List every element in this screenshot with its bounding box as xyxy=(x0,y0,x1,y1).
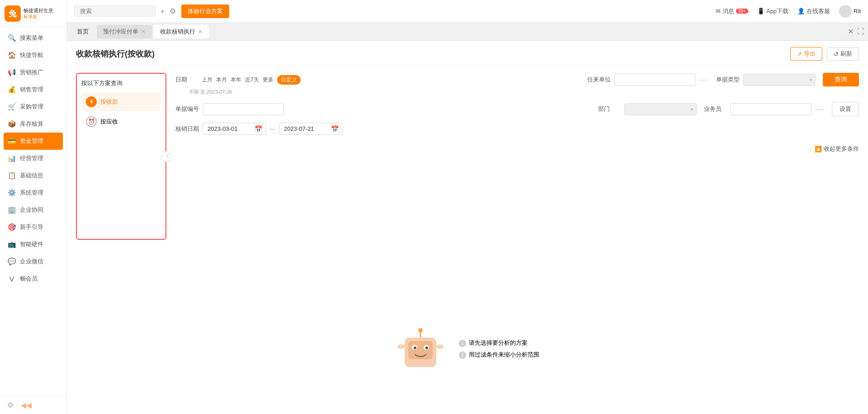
collapse-conditions-area: 🔼 收起更多条件 xyxy=(175,143,859,153)
app-download-label: App下载 xyxy=(766,7,788,15)
sidebar-item-label: 搜索菜单 xyxy=(20,34,43,42)
partner-input[interactable] xyxy=(614,74,696,86)
robot-svg xyxy=(396,324,445,374)
svg-point-7 xyxy=(418,328,423,333)
sidebar-item-quick-nav[interactable]: 🏠 快捷导航 xyxy=(0,47,66,64)
verify-date-label: 核销日期 xyxy=(175,125,199,133)
sidebar-item-operations[interactable]: 📊 经营管理 xyxy=(0,150,66,167)
dept-field: 部门 ▾ xyxy=(598,103,697,115)
dept-select-wrap: ▾ xyxy=(624,103,697,115)
verify-date-start-wrap: 📅 xyxy=(203,123,266,135)
message-btn[interactable]: ✉ 消息 99+ xyxy=(716,7,748,15)
filter-option-by-receivable[interactable]: ⏰ 按应收 xyxy=(81,113,161,131)
tab-prepay-close[interactable]: ✕ xyxy=(141,29,146,35)
sidebar-item-smart-hw[interactable]: 📺 智能硬件 xyxy=(0,236,66,253)
filter-left-title: 按以下方案查询 xyxy=(81,79,161,87)
hint-num-1: 1 xyxy=(459,340,466,347)
doc-no-input[interactable] xyxy=(203,103,284,115)
doc-type-select-wrap: ▾ xyxy=(743,74,816,86)
staff-input[interactable] xyxy=(730,103,811,115)
tab-home-label: 首页 xyxy=(77,28,89,36)
tab-close-all-btn[interactable]: ✕ xyxy=(848,27,854,36)
empty-state: 1 请先选择要分析的方案 2 用过滤条件来缩小分析范围 xyxy=(67,247,868,414)
logo-icon: 兔 xyxy=(5,5,21,22)
staff-dots-btn[interactable]: ··· xyxy=(815,105,825,114)
chevron-down-icon[interactable]: ▾ xyxy=(161,8,164,15)
sidebar-item-sales[interactable]: 💰 销售管理 xyxy=(0,81,66,98)
sidebar-item-label: 资金管理 xyxy=(20,137,43,145)
sidebar-item-search[interactable]: 🔍 搜索菜单 xyxy=(0,29,66,47)
sidebar-item-label: 库存核算 xyxy=(20,120,43,128)
query-button[interactable]: 查询 xyxy=(823,73,859,86)
calendar-start-icon[interactable]: 📅 xyxy=(255,125,262,133)
filter-option-by-payment[interactable]: ¥ 按收款 xyxy=(81,93,161,111)
tab-collection-close[interactable]: ✕ xyxy=(198,29,203,35)
receivable-icon: ⏰ xyxy=(86,116,97,127)
filter-option-label: 按应收 xyxy=(100,118,118,126)
gear-icon: ⚙️ xyxy=(7,189,16,197)
online-service-label: 在线客服 xyxy=(807,7,830,15)
settings-button[interactable]: 设置 xyxy=(832,102,859,116)
card-icon: 💳 xyxy=(7,137,16,145)
last-month-btn[interactable]: 上月 xyxy=(202,76,212,84)
filter-right-form: 日期 上月 本月 本年 近7天 更多 自定义 xyxy=(175,73,859,240)
sidebar-item-beginner[interactable]: 🎯 新手引导 xyxy=(0,219,66,236)
staff-label: 业务员 xyxy=(704,105,726,113)
settings-bottom-icon[interactable]: ⚙ xyxy=(7,401,14,409)
logo-area: 兔 畅捷通好生意 标准版 xyxy=(0,0,66,28)
export-button[interactable]: ↗ 导出 xyxy=(790,47,822,61)
user-name: Rit xyxy=(854,8,861,14)
refresh-icon: ↺ xyxy=(834,51,839,57)
date-range-separator: — xyxy=(269,125,275,132)
svg-rect-8 xyxy=(397,344,405,349)
sidebar-collapse-btn[interactable]: ◀◀ xyxy=(21,401,32,409)
filter-row-2: 单据编号 部门 ▾ 业务员 xyxy=(175,102,859,116)
home-icon: 🏠 xyxy=(7,51,16,59)
this-month-btn[interactable]: 本月 xyxy=(216,76,227,84)
date-shortcuts: 上月 本月 本年 近7天 更多 自定义 xyxy=(202,75,301,85)
doc-type-label: 单据类型 xyxy=(716,76,740,84)
industry-solution-button[interactable]: 体验行业方案 xyxy=(181,5,229,18)
online-service-btn[interactable]: 👤 在线客服 xyxy=(797,7,830,15)
chart-icon: 📊 xyxy=(7,154,16,162)
sidebar-item-marketing[interactable]: 📢 营销推广 xyxy=(0,64,66,81)
refresh-button[interactable]: ↺ 刷新 xyxy=(827,47,859,61)
tab-collection[interactable]: 收款核销执行 ✕ xyxy=(154,25,209,38)
collapse-filter-btn[interactable]: 《 xyxy=(161,151,172,162)
partner-label: 往来单位 xyxy=(587,76,611,84)
last-7-days-btn[interactable]: 近7天 xyxy=(245,76,259,84)
calendar-end-icon[interactable]: 📅 xyxy=(331,125,339,133)
settings-icon[interactable]: ⚙ xyxy=(170,7,176,15)
this-year-btn[interactable]: 本年 xyxy=(231,76,241,84)
sidebar-item-finance[interactable]: 💳 资金管理 xyxy=(4,133,63,150)
user-profile[interactable]: Rit xyxy=(839,5,861,18)
sidebar-item-member[interactable]: V 畅会员 xyxy=(0,270,66,287)
empty-illustration xyxy=(396,324,445,374)
more-btn[interactable]: 更多 xyxy=(263,76,274,84)
doc-type-select[interactable] xyxy=(743,74,816,86)
verify-date-field: 核销日期 📅 — 📅 xyxy=(175,123,342,135)
main-content: ▾ ⚙ 体验行业方案 ✉ 消息 99+ 📱 App下载 👤 在线客服 Rit xyxy=(67,0,868,414)
sidebar-item-system[interactable]: ⚙️ 系统管理 xyxy=(0,184,66,201)
partner-dots-btn[interactable]: ··· xyxy=(699,75,709,85)
tab-home[interactable]: 首页 xyxy=(71,25,95,38)
app-download-btn[interactable]: 📱 App下载 xyxy=(757,7,788,15)
top-header: ▾ ⚙ 体验行业方案 ✉ 消息 99+ 📱 App下载 👤 在线客服 Rit xyxy=(67,0,868,23)
tab-prepay[interactable]: 预付冲应付单 ✕ xyxy=(97,25,152,38)
tab-collection-label: 收款核销执行 xyxy=(160,28,195,36)
custom-date-btn[interactable]: 自定义 xyxy=(277,75,301,85)
payment-icon: ¥ xyxy=(86,96,97,107)
filter-row-3: 核销日期 📅 — 📅 xyxy=(175,123,859,135)
sidebar-item-label: 企业协同 xyxy=(20,206,43,214)
sidebar-item-label: 基础信息 xyxy=(20,171,43,180)
tab-maximize-btn[interactable]: ⛶ xyxy=(857,28,864,36)
sidebar-item-purchase[interactable]: 🛒 采购管理 xyxy=(0,98,66,115)
message-badge: 99+ xyxy=(736,9,748,14)
collapse-conditions-btn[interactable]: 🔼 收起更多条件 xyxy=(815,145,859,153)
sidebar-item-inventory[interactable]: 📦 库存核算 xyxy=(0,115,66,133)
search-input[interactable] xyxy=(74,5,156,17)
sidebar-item-basic-info[interactable]: 📋 基础信息 xyxy=(0,167,66,184)
dept-select[interactable] xyxy=(624,103,697,115)
sidebar-item-enterprise[interactable]: 🏢 企业协同 xyxy=(0,201,66,219)
sidebar-item-wechat[interactable]: 💬 企业微信 xyxy=(0,253,66,270)
